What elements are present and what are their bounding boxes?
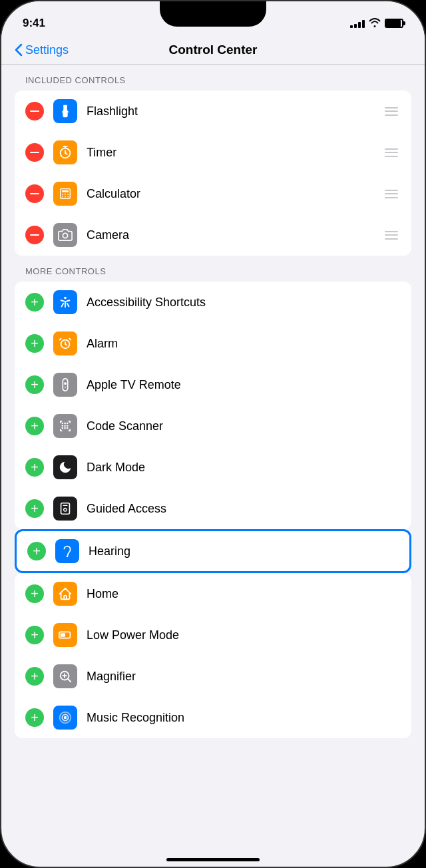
svg-point-15 bbox=[65, 387, 66, 388]
add-home-button[interactable] bbox=[25, 584, 44, 603]
add-lowpower-button[interactable] bbox=[25, 626, 44, 644]
svg-point-8 bbox=[65, 196, 66, 198]
alarm-label: Alarm bbox=[87, 337, 401, 351]
hearing-icon bbox=[55, 539, 79, 563]
accessibility-icon bbox=[53, 290, 77, 314]
add-appletv-button[interactable] bbox=[25, 375, 44, 394]
list-item: Guided Access bbox=[15, 488, 411, 529]
remove-camera-button[interactable] bbox=[25, 226, 44, 244]
svg-point-22 bbox=[64, 716, 67, 720]
list-item: Apple TV Remote bbox=[15, 364, 411, 405]
flashlight-drag-handle[interactable] bbox=[382, 105, 401, 118]
musicrecognition-label: Music Recognition bbox=[87, 711, 401, 725]
flashlight-icon bbox=[53, 99, 77, 123]
battery-icon bbox=[385, 19, 403, 28]
wifi-icon bbox=[369, 18, 381, 29]
svg-point-9 bbox=[67, 196, 69, 198]
list-item: Alarm bbox=[15, 323, 411, 364]
remove-flashlight-button[interactable] bbox=[25, 102, 44, 120]
remove-timer-button[interactable] bbox=[25, 143, 44, 162]
svg-point-6 bbox=[67, 194, 69, 195]
codescanner-icon bbox=[53, 414, 77, 438]
list-item: Code Scanner bbox=[15, 405, 411, 447]
included-controls-list: Flashlight Timer bbox=[15, 91, 411, 256]
add-hearing-button[interactable] bbox=[27, 542, 46, 560]
guidedaccess-icon bbox=[53, 497, 77, 521]
list-item: Timer bbox=[15, 132, 411, 173]
more-controls-list-2: Home Low Power Mode Magnifier bbox=[15, 573, 411, 738]
guidedaccess-label: Guided Access bbox=[87, 502, 401, 516]
add-guidedaccess-button[interactable] bbox=[25, 499, 44, 518]
darkmode-label: Dark Mode bbox=[87, 461, 401, 475]
svg-point-17 bbox=[64, 509, 67, 512]
notch bbox=[160, 1, 266, 27]
add-magnifier-button[interactable] bbox=[25, 667, 44, 686]
calculator-drag-handle[interactable] bbox=[382, 187, 401, 201]
phone-frame: 9:41 bbox=[0, 0, 426, 868]
list-item: Home bbox=[15, 573, 411, 614]
svg-rect-0 bbox=[65, 114, 67, 115]
timer-icon bbox=[53, 140, 77, 164]
back-button[interactable]: Settings bbox=[15, 43, 69, 57]
add-alarm-button[interactable] bbox=[25, 334, 44, 353]
accessibility-label: Accessibility Shortcuts bbox=[87, 296, 401, 310]
add-accessibility-button[interactable] bbox=[25, 293, 44, 312]
content: INCLUDED CONTROLS Flashlight Timer bbox=[1, 65, 425, 752]
flashlight-label: Flashlight bbox=[87, 105, 382, 118]
home-icon bbox=[53, 582, 77, 606]
hearing-label: Hearing bbox=[89, 544, 399, 558]
nav-title: Control Center bbox=[169, 43, 258, 57]
back-label: Settings bbox=[25, 43, 69, 57]
svg-point-14 bbox=[64, 382, 67, 385]
list-item: Flashlight bbox=[15, 91, 411, 132]
svg-point-11 bbox=[64, 297, 67, 300]
lowpower-icon bbox=[53, 623, 77, 647]
musicrecognition-icon bbox=[53, 706, 77, 730]
status-bar: 9:41 bbox=[1, 1, 425, 37]
svg-rect-20 bbox=[61, 633, 65, 637]
svg-point-5 bbox=[65, 194, 66, 195]
home-label: Home bbox=[87, 587, 401, 601]
add-darkmode-button[interactable] bbox=[25, 458, 44, 477]
calculator-icon bbox=[53, 182, 77, 206]
list-item: Dark Mode bbox=[15, 447, 411, 488]
more-controls-label: MORE CONTROLS bbox=[1, 256, 425, 282]
list-item: Calculator bbox=[15, 173, 411, 214]
timer-label: Timer bbox=[87, 146, 382, 160]
calculator-label: Calculator bbox=[87, 187, 382, 201]
svg-point-7 bbox=[62, 196, 63, 198]
included-controls-label: INCLUDED CONTROLS bbox=[1, 65, 425, 91]
home-indicator bbox=[166, 858, 260, 861]
camera-icon bbox=[53, 223, 77, 247]
svg-point-18 bbox=[67, 555, 69, 557]
appletv-label: Apple TV Remote bbox=[87, 378, 401, 392]
darkmode-icon bbox=[53, 455, 77, 479]
list-item: Low Power Mode bbox=[15, 614, 411, 656]
camera-label: Camera bbox=[87, 228, 382, 242]
camera-drag-handle[interactable] bbox=[382, 228, 401, 242]
list-item: Accessibility Shortcuts bbox=[15, 282, 411, 323]
timer-drag-handle[interactable] bbox=[382, 146, 401, 160]
svg-point-10 bbox=[63, 233, 67, 238]
list-item: Camera bbox=[15, 214, 411, 256]
codescanner-label: Code Scanner bbox=[87, 419, 401, 433]
add-musicrecognition-button[interactable] bbox=[25, 708, 44, 727]
remove-calculator-button[interactable] bbox=[25, 184, 44, 203]
svg-point-4 bbox=[62, 194, 63, 195]
status-time: 9:41 bbox=[23, 17, 45, 30]
add-codescanner-button[interactable] bbox=[25, 417, 44, 435]
lowpower-label: Low Power Mode bbox=[87, 628, 401, 642]
hearing-list-item: Hearing bbox=[15, 529, 411, 573]
list-item: Music Recognition bbox=[15, 697, 411, 738]
appletv-icon bbox=[53, 373, 77, 397]
more-controls-list: Accessibility Shortcuts Alarm Apple TV R… bbox=[15, 282, 411, 529]
magnifier-label: Magnifier bbox=[87, 670, 401, 684]
magnifier-icon bbox=[53, 664, 77, 688]
nav-bar: Settings Control Center bbox=[1, 37, 425, 65]
status-icons bbox=[350, 18, 403, 29]
alarm-icon bbox=[53, 331, 77, 355]
signal-bars-icon bbox=[350, 19, 365, 28]
list-item: Magnifier bbox=[15, 656, 411, 697]
svg-rect-3 bbox=[62, 190, 69, 192]
